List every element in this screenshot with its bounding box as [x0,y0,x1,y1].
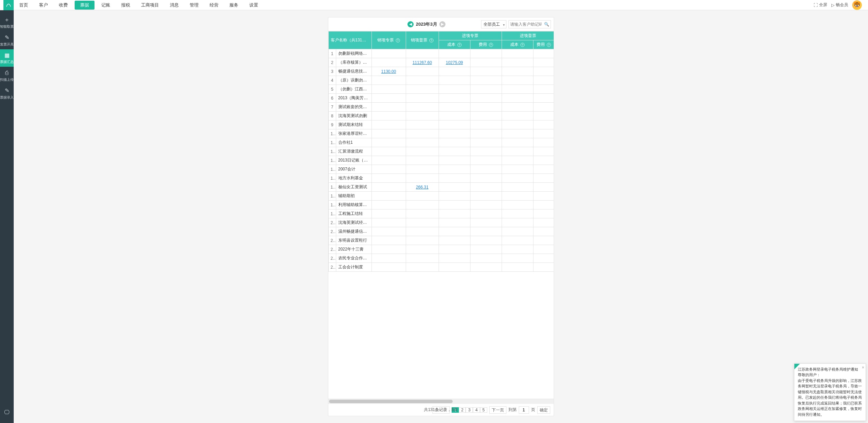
help-icon[interactable]: ? [429,38,433,42]
table-row[interactable]: 1勿删新锐网络通信 [328,49,554,58]
amount-link[interactable]: 266.31 [416,185,429,190]
table-row[interactable]: 8沈海英测试勿删 [328,112,554,120]
pager-page-5[interactable]: 5 [480,407,487,413]
logo[interactable] [3,0,14,10]
th-purchase-special: 进项专票 [439,31,502,40]
customer-search: 🔍 [508,20,551,28]
sidebar-item-票据汇总[interactable]: ▦票据汇总 [0,49,14,67]
table-row[interactable]: 20沈海英测试经营勿删 [328,218,554,227]
pagination: 共131条记录，5页 上一页 12345 下一页 到第 页 确定 [328,403,554,416]
sidebar-icon: ▦ [0,52,14,59]
pager-summary: 共131条记录，5页 [424,407,458,413]
sidebar-icon: ✎ [0,34,14,41]
th-customer: 客户名称（共131家） [328,31,372,49]
table-row[interactable]: 232022年十三膏 [328,245,554,254]
notice-title: 江苏政务网登录电子税务局维护通知 [798,367,862,372]
notice-body: 由于受电子税务局升级的影响，江苏政务网暂时无法登录电子税务局，导致一键报税与无盘… [798,378,862,418]
menu-设置[interactable]: 设置 [244,0,264,10]
th-sales-ordinary: 销项普票 ? [406,31,439,49]
help-icon[interactable]: ? [489,43,493,47]
th-purchase-ordinary: 进项普票 [502,31,554,40]
table-row[interactable]: 15地方水利基金 [328,174,554,183]
table-row[interactable]: 17辅助期初 [328,192,554,201]
table-row[interactable]: 22东明县设置鞋行 [328,236,554,245]
table-row[interactable]: 21温州畅捷通信息服务有限… [328,227,554,236]
table-row[interactable]: 3畅捷通信息技术股份有限公…1130.00 [328,67,554,76]
table-row[interactable]: 62013（陶美芳勿删） [328,94,554,103]
search-input[interactable] [509,21,543,28]
employee-select-value: 全部员工 [483,22,500,27]
table-row[interactable]: 2（库存核算）直播畅捷通信…111267.6010275.09 [328,58,554,67]
notice-greeting: 尊敬的用户： [798,372,862,378]
menu-消息[interactable]: 消息 [164,0,184,10]
amount-link[interactable]: 10275.09 [446,60,463,65]
sidebar-item-智能取票[interactable]: ＋智能取票 [0,14,14,31]
pager-goto-input[interactable] [519,406,529,414]
table-row[interactable]: 16杨仙女工资测试266.31 [328,183,554,192]
table-row[interactable]: 4（原）误删勿改李艳芬测试账… [328,76,554,85]
table-row[interactable]: 7测试账套的凭证打印的时候… [328,103,554,112]
sidebar: ＋智能取票✎发票开具▦票据汇总⎙扫描上传✎票据录入 🖵 [0,10,14,423]
menu-工商项目[interactable]: 工商项目 [136,0,164,10]
table-row[interactable]: 24农民专业合作社会计制度 [328,254,554,263]
member-label: 畅会员 [836,2,848,8]
table-row[interactable]: 12汇算清缴流程 [328,147,554,156]
table-row[interactable]: 5（勿删）江西服宝-LSS [328,85,554,94]
sidebar-icon: ✎ [0,87,14,94]
pager-next[interactable]: 下一页 [489,406,506,414]
sidebar-item-发票开具[interactable]: ✎发票开具 [0,31,14,49]
table-row[interactable]: 132013日记账（不要删除哈… [328,156,554,165]
menu-首页[interactable]: 首页 [14,0,34,10]
table-row[interactable]: 9测试期末结转 [328,120,554,129]
pager-confirm[interactable]: 确定 [537,406,550,414]
pager-page-3[interactable]: 3 [466,407,473,413]
th-expense: 费用 ? [533,40,554,49]
search-icon[interactable]: 🔍 [543,22,551,27]
table-row[interactable]: 18利用辅助核算分析每种商… [328,201,554,209]
avatar[interactable]: 🐯 [852,0,862,10]
th-expense: 费用 ? [470,40,502,49]
table-row[interactable]: 19工程施工结转 [328,209,554,218]
th-cost: 成本 ? [439,40,470,49]
menu-服务[interactable]: 服务 [224,0,244,10]
menu-票据[interactable]: 票据 [75,1,95,10]
help-icon[interactable]: ? [547,43,551,47]
close-icon[interactable]: × [862,364,864,371]
menu-经营[interactable]: 经营 [204,0,224,10]
member-button[interactable]: ▷畅会员 [831,2,848,8]
help-icon[interactable]: ? [457,43,462,47]
table-row[interactable]: 11合作社1 [328,138,554,147]
current-month-label: 2023年3月 [416,21,437,27]
horizontal-scrollbar[interactable] [328,399,554,403]
sidebar-item-扫描上传[interactable]: ⎙扫描上传 [0,67,14,85]
fullscreen-icon: ⛶ [814,3,818,8]
employee-select[interactable]: 全部员工 [481,20,506,28]
pager-goto-suffix: 页 [531,407,535,413]
help-icon[interactable]: ? [396,38,400,42]
amount-link[interactable]: 111267.60 [413,60,432,65]
pager-page-4[interactable]: 4 [473,407,480,413]
fullscreen-label: 全屏 [819,2,827,8]
table-row[interactable]: 10张家港厚谊针织品有限公… [328,129,554,138]
menu-记账[interactable]: 记账 [96,0,116,10]
help-icon[interactable]: ? [520,43,525,47]
date-navigator: ◀ 2023年3月 ▶ [407,21,445,27]
amount-link[interactable]: 1130.00 [381,69,396,74]
th-cost: 成本 ? [502,40,533,49]
sidebar-bottom-icon[interactable]: 🖵 [0,406,14,420]
menu-客户[interactable]: 客户 [34,0,53,10]
fullscreen-button[interactable]: ⛶全屏 [814,2,827,8]
sidebar-item-票据录入[interactable]: ✎票据录入 [0,85,14,102]
menu-管理[interactable]: 管理 [184,0,204,10]
prev-month-button[interactable]: ◀ [407,21,414,27]
menu-报税[interactable]: 报税 [116,0,136,10]
sidebar-icon: ⎙ [0,69,14,77]
notice-popup: × 江苏政务网登录电子税务局维护通知 尊敬的用户： 由于受电子税务局升级的影响，… [794,363,866,421]
next-month-button[interactable]: ▶ [439,21,445,27]
table-row[interactable]: 142007会计 [328,165,554,174]
th-sales-special: 销项专票 ? [372,31,406,49]
pager-page-2[interactable]: 2 [459,407,466,413]
table-row[interactable]: 25工会会计制度 [328,263,554,272]
menu-收费[interactable]: 收费 [53,0,73,10]
sidebar-icon: ＋ [0,16,14,24]
